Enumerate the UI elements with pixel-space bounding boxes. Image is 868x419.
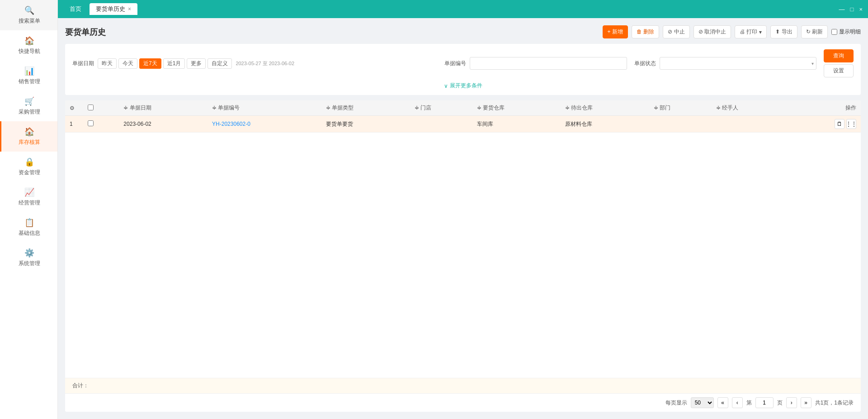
content-wrapper: 要货单历史 + 新增 🗑 删除 ⊘ 中止 ⊘ 取消中止 🖨 打印 ▾ ⬆ 导出 … [58, 18, 868, 419]
sidebar-item-label: 销售管理 [19, 78, 40, 86]
show-detail-label: 显示明细 [839, 28, 861, 36]
row-actions-cell: 🗒 ⋮⋮ [787, 116, 861, 133]
stop-button[interactable]: ⊘ 中止 [663, 25, 689, 38]
page-title: 要货单历史 [65, 27, 106, 38]
sidebar-item-search-menu[interactable]: 🔍 搜索菜单 [0, 0, 57, 30]
sidebar-item-label: 搜索菜单 [19, 17, 40, 25]
tab-close-icon[interactable]: × [128, 6, 131, 12]
page-label: 第 [746, 399, 752, 407]
sidebar-item-system[interactable]: ⚙️ 系统管理 [0, 243, 57, 273]
per-page-label: 每页显示 [665, 399, 687, 407]
print-dropdown-icon[interactable]: ▾ [759, 29, 762, 35]
purchase-icon: 🛒 [24, 96, 34, 106]
row-no-link[interactable]: YH-20230602-0 [212, 121, 250, 127]
date-btn-more[interactable]: 更多 [187, 58, 206, 69]
sidebar-item-basic-info[interactable]: 📋 基础信息 [0, 212, 57, 243]
tab-active[interactable]: 要货单历史 × [90, 3, 137, 15]
sidebar-item-finance[interactable]: 🔒 资金管理 [0, 152, 57, 182]
sidebar-item-operation[interactable]: 📈 经营管理 [0, 182, 57, 212]
system-icon: ⚙️ [24, 248, 34, 258]
inventory-icon: 🏠 [24, 127, 34, 137]
table-header-row: ⚙ ≑ 单据日期 ≑ 单据编号 [65, 100, 861, 116]
col-req-warehouse: ≑ 要货仓库 [472, 100, 561, 116]
table-footer: 合计： [65, 378, 861, 393]
print-label: 🖨 打印 [740, 28, 757, 36]
select-all-checkbox[interactable] [88, 105, 94, 110]
row-view-button[interactable]: 🗒 [835, 119, 844, 129]
topbar: 首页 要货单历史 × — □ × [58, 0, 868, 18]
row-req-warehouse: 车间库 [472, 116, 561, 133]
date-buttons: 昨天 今天 近7天 近1月 更多 自定义 [98, 58, 232, 69]
settings-button[interactable]: 设置 [824, 64, 854, 77]
page-number-input[interactable] [755, 397, 774, 408]
col-department: ≑ 部门 [649, 100, 712, 116]
window-close-btn[interactable]: × [859, 6, 863, 13]
last-page-button[interactable]: » [801, 397, 811, 408]
sidebar-item-purchase[interactable]: 🛒 采购管理 [0, 91, 57, 121]
row-actions: 🗒 ⋮⋮ [791, 119, 856, 129]
row-checkbox[interactable] [88, 120, 94, 126]
first-page-button[interactable]: « [717, 397, 728, 408]
col-date: ≑ 单据日期 [119, 100, 208, 116]
row-type: 要货单要货 [321, 116, 410, 133]
order-no-label: 单据编号 [444, 60, 466, 67]
row-department [649, 116, 712, 133]
topbar-right: — □ × [839, 6, 863, 13]
col-no: ≑ 单据编号 [208, 100, 321, 116]
page-header: 要货单历史 + 新增 🗑 删除 ⊘ 中止 ⊘ 取消中止 🖨 打印 ▾ ⬆ 导出 … [65, 25, 861, 38]
prev-page-button[interactable]: ‹ [732, 397, 743, 408]
row-checkbox-cell [83, 116, 119, 133]
export-button[interactable]: ⬆ 导出 [770, 25, 797, 38]
pagination-bar: 每页显示 50 100 200 « ‹ 第 页 › » 共1页，1条记录 [65, 393, 861, 412]
page-suffix: 页 [777, 399, 783, 407]
order-no-input[interactable] [470, 57, 627, 70]
add-button[interactable]: + 新增 [603, 25, 628, 38]
sidebar-item-sales[interactable]: 📊 销售管理 [0, 61, 57, 91]
toolbar: + 新增 🗑 删除 ⊘ 中止 ⊘ 取消中止 🖨 打印 ▾ ⬆ 导出 ↻ 刷新 显… [603, 25, 861, 38]
col-store: ≑ 门店 [410, 100, 472, 116]
tab-home[interactable]: 首页 [63, 3, 88, 15]
date-btn-7days[interactable]: 近7天 [139, 58, 161, 69]
next-page-button[interactable]: › [786, 397, 797, 408]
date-range-text: 2023-05-27 至 2023-06-02 [236, 60, 294, 67]
sidebar-item-label: 快捷导航 [19, 48, 40, 55]
col-pending-warehouse: ≑ 待出仓库 [561, 100, 649, 116]
show-detail-checkbox-label[interactable]: 显示明细 [831, 28, 861, 36]
data-table: ⚙ ≑ 单据日期 ≑ 单据编号 [65, 100, 861, 133]
date-btn-today[interactable]: 今天 [118, 58, 137, 69]
window-minimize-btn[interactable]: — [839, 6, 845, 13]
table-settings-icon[interactable]: ⚙ [70, 105, 75, 111]
finance-icon: 🔒 [24, 157, 34, 167]
search-menu-icon: 🔍 [24, 5, 34, 15]
expand-more-label: 展开更多条件 [450, 82, 482, 90]
delete-button[interactable]: 🗑 删除 [632, 25, 659, 38]
sidebar-item-quick-nav[interactable]: 🏠 快捷导航 [0, 30, 57, 61]
row-no: YH-20230602-0 [208, 116, 321, 133]
date-filter-label: 单据日期 [72, 60, 94, 67]
sidebar-item-label: 资金管理 [19, 169, 40, 176]
sidebar-item-label: 库存核算 [19, 138, 40, 146]
sidebar-item-inventory[interactable]: 🏠 库存核算 [0, 121, 57, 152]
query-button[interactable]: 查询 [824, 49, 854, 62]
col-checkbox [83, 100, 119, 116]
row-index: 1 [65, 116, 83, 133]
date-btn-yesterday[interactable]: 昨天 [98, 58, 117, 69]
sidebar: 🔍 搜索菜单 🏠 快捷导航 📊 销售管理 🛒 采购管理 🏠 库存核算 🔒 资金管… [0, 0, 58, 419]
row-more-button[interactable]: ⋮⋮ [846, 119, 856, 129]
expand-more-button[interactable]: ∨ 展开更多条件 [444, 82, 482, 90]
row-handler [712, 116, 787, 133]
date-btn-custom[interactable]: 自定义 [208, 58, 232, 69]
table-row: 1 2023-06-02 YH-20230602-0 要货单要货 车间库 [65, 116, 861, 133]
refresh-button[interactable]: ↻ 刷新 [801, 25, 828, 38]
window-maximize-btn[interactable]: □ [850, 6, 854, 13]
date-btn-1month[interactable]: 近1月 [163, 58, 185, 69]
col-action: 操作 [787, 100, 861, 116]
status-select-input[interactable] [660, 57, 817, 70]
show-detail-checkbox[interactable] [831, 29, 837, 35]
print-button[interactable]: 🖨 打印 ▾ [735, 25, 767, 38]
tab-active-label: 要货单历史 [96, 5, 125, 13]
cancel-stop-button[interactable]: ⊘ 取消中止 [693, 25, 731, 38]
basic-info-icon: 📋 [24, 218, 34, 228]
page-size-select[interactable]: 50 100 200 [691, 397, 714, 408]
sidebar-item-label: 经营管理 [19, 199, 40, 207]
